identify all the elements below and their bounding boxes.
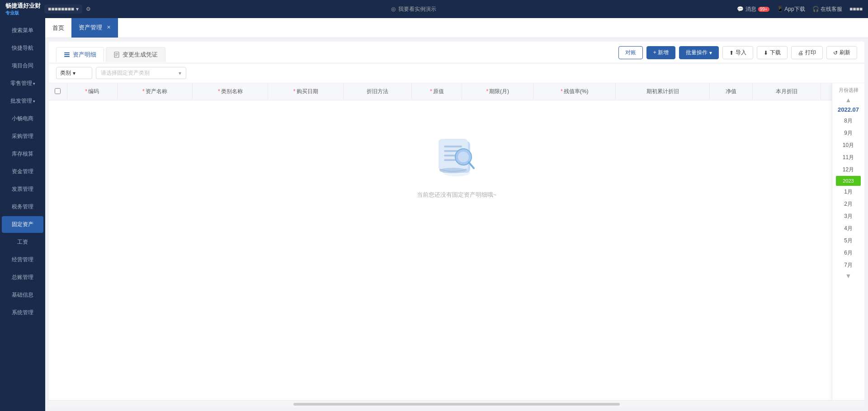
col-residual-rate-label: 残值率(%)	[564, 88, 589, 94]
sidebar-item-quick-nav[interactable]: 快捷导航	[2, 40, 43, 57]
sub-tab-asset-detail-label: 资产明细	[73, 51, 96, 59]
demo-circle-icon: ◎	[391, 6, 396, 12]
month-item-12[interactable]: 12月	[832, 164, 864, 176]
message-btn[interactable]: 💬 消息 99+	[737, 5, 769, 13]
empty-text: 当前您还没有固定资产明细哦~	[417, 191, 497, 199]
sidebar-item-fund-mgmt[interactable]: 资金管理	[2, 163, 43, 180]
month-up-btn[interactable]: ▲	[844, 95, 853, 104]
tab-close-icon[interactable]: ✕	[107, 24, 111, 30]
th-asset-name: *资产名称	[117, 83, 193, 100]
sidebar-label-wholesale-mgmt: 批发管理	[10, 97, 32, 105]
sidebar-label-fund-mgmt: 资金管理	[12, 168, 33, 175]
col-monthly-depreciation-label: 本月折旧	[776, 88, 797, 94]
month-year-badge-2023: 2023	[836, 176, 861, 186]
sidebar-item-base-info[interactable]: 基础信息	[2, 287, 43, 303]
sidebar-item-fixed-assets[interactable]: 固定资产	[2, 216, 43, 233]
col-asset-name-label: 资产名称	[146, 88, 167, 94]
demo-link-label: 我要看实例演示	[398, 5, 436, 13]
import-btn[interactable]: ⬆ 导入	[722, 46, 753, 59]
online-service-label: 在线客服	[821, 6, 842, 12]
sub-tab-bar: 资产明细 变更生成凭证 对账 +	[49, 42, 864, 63]
download-btn[interactable]: ⬇ 下载	[757, 46, 788, 59]
message-icon: 💬	[737, 6, 744, 12]
category-select[interactable]: 类别 ▾	[56, 67, 92, 79]
sidebar-label-invoice-mgmt: 发票管理	[12, 186, 33, 192]
empty-illustration	[429, 128, 484, 182]
settings-icon[interactable]: ⚙	[86, 6, 91, 12]
sidebar-item-tax-mgmt[interactable]: 税务管理	[2, 198, 43, 215]
month-item-10[interactable]: 10月	[832, 139, 864, 151]
batch-btn-label: 批量操作	[686, 49, 708, 57]
sub-tab-asset-detail[interactable]: 资产明细	[56, 47, 104, 62]
sidebar-item-ecommerce[interactable]: 小畅电商	[2, 110, 43, 127]
sidebar-item-wholesale-mgmt[interactable]: 批发管理 ▾	[2, 93, 43, 109]
th-depreciation-method: 折旧方法	[344, 83, 412, 100]
online-service-btn[interactable]: 🎧 在线客服	[812, 5, 842, 13]
select-all-checkbox[interactable]	[55, 88, 61, 94]
category-input-arrow: ▾	[179, 70, 181, 76]
top-bar-left: 畅捷通好业财 专业版 ■■■■■■■■ ▾ ⚙	[5, 2, 91, 16]
sidebar-label-quick-nav: 快捷导航	[12, 45, 33, 51]
month-item-8[interactable]: 8月	[832, 115, 864, 127]
sidebar-label-purchase-mgmt: 采购管理	[12, 133, 33, 139]
sidebar-item-ops-mgmt[interactable]: 经营管理	[2, 251, 43, 268]
sub-tab-change-voucher[interactable]: 变更生成凭证	[106, 47, 165, 62]
tab-home[interactable]: 首页	[45, 18, 71, 38]
app-edition: 专业版	[5, 10, 41, 16]
svg-rect-1	[64, 54, 70, 55]
month-item-11[interactable]: 11月	[832, 151, 864, 164]
month-item-3[interactable]: 3月	[832, 210, 864, 222]
message-label: 消息	[745, 5, 756, 13]
month-item-4[interactable]: 4月	[832, 222, 864, 235]
sidebar-item-invoice-mgmt[interactable]: 发票管理	[2, 181, 43, 198]
tab-bar: 首页 资产管理 ✕	[45, 18, 868, 38]
month-item-6[interactable]: 6月	[832, 247, 864, 259]
sidebar-label-ecommerce: 小畅电商	[12, 115, 33, 122]
add-btn[interactable]: + 新增	[646, 46, 675, 59]
sidebar-label-project-contract: 项目合同	[12, 62, 33, 69]
category-input[interactable]: 请选择固定资产类别 ▾	[96, 67, 186, 79]
print-btn[interactable]: 🖨 打印	[791, 46, 823, 59]
svg-rect-2	[64, 56, 70, 57]
top-bar-demo-link[interactable]: ◎ 我要看实例演示	[391, 5, 436, 13]
svg-rect-10	[444, 146, 462, 147]
refresh-btn[interactable]: ↺ 刷新	[826, 46, 857, 59]
sidebar-item-inventory[interactable]: 库存核算	[2, 146, 43, 162]
reconcile-btn[interactable]: 对账	[618, 46, 643, 59]
sidebar-label-sys-mgmt: 系统管理	[12, 309, 33, 316]
tab-asset-mgmt[interactable]: 资产管理 ✕	[71, 18, 118, 38]
filter-bar: 类别 ▾ 请选择固定资产类别 ▾	[49, 63, 864, 83]
sidebar-item-project-contract[interactable]: 项目合同	[2, 57, 43, 74]
sub-tab-change-voucher-label: 变更生成凭证	[123, 51, 158, 59]
headset-icon: 🎧	[812, 6, 819, 12]
col-original-value-label: 原值	[433, 88, 444, 94]
th-net-value: 净值	[709, 83, 752, 100]
sidebar-item-search-menu[interactable]: 搜索菜单	[2, 22, 43, 39]
month-item-9[interactable]: 9月	[832, 127, 864, 139]
sidebar-item-ledger-mgmt[interactable]: 总账管理	[2, 269, 43, 286]
sidebar: 搜索菜单 快捷导航 项目合同 零售管理 ▾ 批发管理 ▾ 小畅电商 采购管理 库…	[0, 18, 45, 411]
app-download-btn[interactable]: 📱 App下载	[777, 5, 805, 13]
batch-btn[interactable]: 批量操作 ▾	[679, 46, 719, 59]
month-down-btn[interactable]: ▼	[844, 271, 853, 280]
user-info: ■■■■	[849, 6, 863, 12]
toolbar-right: 对账 + 新增 批量操作 ▾ ⬆ 导入 ⬇ 下载 🖨	[618, 46, 857, 63]
sidebar-label-fixed-assets: 固定资产	[12, 221, 33, 227]
sidebar-item-sys-mgmt[interactable]: 系统管理	[2, 304, 43, 321]
sidebar-item-salary[interactable]: 工资	[2, 234, 43, 250]
th-residual-rate: *残值率(%)	[533, 83, 616, 100]
top-bar: 畅捷通好业财 专业版 ■■■■■■■■ ▾ ⚙ ◎ 我要看实例演示 💬 消息 9…	[0, 0, 868, 18]
month-item-1[interactable]: 1月	[832, 186, 864, 198]
sidebar-label-salary: 工资	[17, 239, 28, 245]
month-item-5[interactable]: 5月	[832, 235, 864, 247]
company-selector[interactable]: ■■■■■■■■ ▾	[44, 5, 82, 14]
sidebar-label-tax-mgmt: 税务管理	[12, 203, 33, 210]
table-header-row: *编码 *资产名称 *类别名称 *购买日期 折旧方法 *原值 *期限(月) *残…	[49, 83, 864, 100]
sidebar-label-ops-mgmt: 经营管理	[12, 256, 33, 263]
month-item-7[interactable]: 7月	[832, 259, 864, 271]
month-item-2[interactable]: 2月	[832, 198, 864, 210]
sidebar-item-retail-mgmt[interactable]: 零售管理 ▾	[2, 75, 43, 92]
sidebar-item-purchase-mgmt[interactable]: 采购管理	[2, 128, 43, 145]
batch-arrow-icon: ▾	[709, 50, 712, 56]
company-name: ■■■■■■■■	[48, 6, 74, 12]
